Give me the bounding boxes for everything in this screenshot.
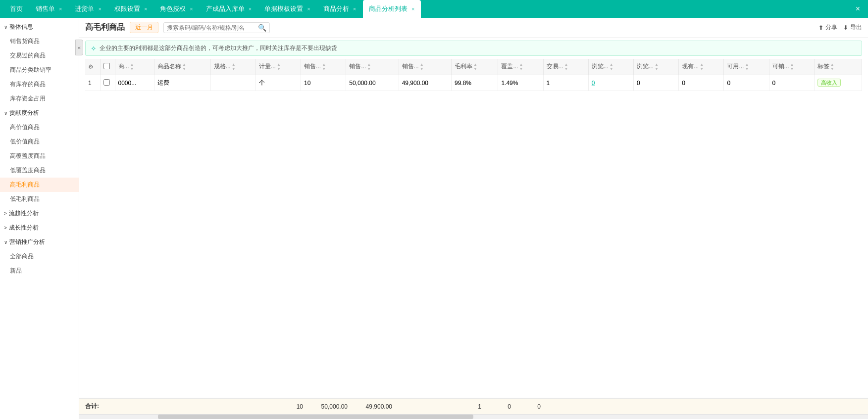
sidebar-item-有库存的商品[interactable]: 有库存的商品: [0, 77, 79, 92]
sidebar-group-3[interactable]: >成长性分析: [0, 221, 79, 235]
sidebar-group-4[interactable]: ∨营销推广分析: [0, 235, 79, 249]
sort-icon[interactable]: ▲▼: [473, 62, 477, 71]
banner-text: 企业的主要的利润都是这部分商品创造的，可考虑加大推广，同时关注库存是不要出现缺货: [100, 44, 337, 52]
sidebar-item-低覆盖度商品[interactable]: 低覆盖度商品: [0, 163, 79, 178]
row-name: 运费: [154, 75, 211, 91]
col-label: 可用...: [727, 63, 744, 70]
main-layout: ∨整体信息销售货商品交易过的商品商品分类助销率有库存的商品库存资金占用∨贡献度分…: [0, 18, 868, 419]
sidebar-group-arrow-icon: ∨: [4, 110, 7, 116]
select-all-checkbox[interactable]: [103, 63, 110, 69]
sidebar-item-销售货商品[interactable]: 销售货商品: [0, 34, 79, 48]
tab-close-icon[interactable]: ×: [307, 6, 310, 12]
footer-cell: [133, 403, 162, 410]
nav-tab-首页[interactable]: 首页: [4, 0, 29, 18]
sidebar-item-高覆盖度商品[interactable]: 高覆盖度商品: [0, 149, 79, 163]
tab-close-icon[interactable]: ×: [98, 6, 101, 12]
tab-close-icon[interactable]: ×: [353, 6, 356, 12]
sort-icon[interactable]: ▲▼: [830, 62, 834, 71]
sidebar-group-arrow-icon: >: [4, 211, 7, 216]
info-icon: ✧: [91, 45, 97, 52]
sort-icon[interactable]: ▲▼: [790, 62, 794, 71]
tab-close-icon[interactable]: ×: [190, 6, 193, 12]
row-checkbox: [100, 75, 115, 91]
sort-icon[interactable]: ▲▼: [420, 62, 424, 71]
row-coverage: 1.49%: [498, 75, 543, 91]
tag-badge: 高收入: [817, 79, 841, 87]
sort-icon[interactable]: ▲▼: [130, 62, 134, 71]
nav-tab-产成品入库单[interactable]: 产成品入库单×: [200, 0, 257, 18]
scrollbar-thumb[interactable]: [158, 415, 473, 419]
sort-icon[interactable]: ▲▼: [564, 62, 568, 71]
table-row: 10000...运费个1050,000.0049,900.0099.8%1.49…: [85, 75, 862, 91]
nav-tab-单据模板设置[interactable]: 单据模板设置×: [258, 0, 316, 18]
col-header-8: 覆盖...▲▼: [498, 59, 543, 75]
footer-cell: 0: [514, 403, 544, 410]
nav-tab-权限设置[interactable]: 权限设置×: [108, 0, 153, 18]
sidebar-group-2[interactable]: >流趋性分析: [0, 206, 79, 221]
content-header: 高毛利商品 近一月 🔍 ⬆ 分享 ⬇ 导出: [79, 18, 868, 38]
filter-recent-month-button[interactable]: 近一月: [130, 22, 158, 33]
sidebar-item-全部商品[interactable]: 全部商品: [0, 249, 79, 264]
sort-icon[interactable]: ▲▼: [367, 62, 371, 71]
col-label: 销售...: [304, 63, 321, 70]
col-label: 现有...: [682, 63, 699, 70]
sort-icon[interactable]: ▲▼: [700, 62, 704, 71]
sidebar-collapse-button[interactable]: «: [75, 40, 83, 55]
sidebar-group-1[interactable]: ∨贡献度分析: [0, 106, 79, 120]
row-stock-sellable: 0: [769, 75, 814, 91]
search-input[interactable]: [167, 24, 256, 31]
horizontal-scrollbar[interactable]: [79, 414, 868, 419]
sidebar-group-0[interactable]: ∨整体信息: [0, 20, 79, 34]
sort-icon[interactable]: ▲▼: [610, 62, 613, 71]
sidebar-item-高毛利商品[interactable]: 高毛利商品: [0, 178, 79, 192]
tab-close-icon[interactable]: ×: [249, 6, 252, 12]
sort-icon[interactable]: ▲▼: [745, 62, 749, 71]
row-select-checkbox[interactable]: [103, 79, 110, 86]
nav-tab-商品分析[interactable]: 商品分析×: [317, 0, 362, 18]
col-label: 毛利率: [455, 63, 472, 70]
settings-icon[interactable]: ⚙: [88, 63, 94, 70]
sort-icon[interactable]: ▲▼: [182, 62, 186, 71]
share-button[interactable]: ⬆ 分享: [818, 23, 837, 32]
sidebar-item-交易过的商品[interactable]: 交易过的商品: [0, 48, 79, 63]
link-cell[interactable]: 0: [592, 80, 595, 87]
col-label: 浏览...: [637, 63, 654, 70]
export-button[interactable]: ⬇ 导出: [843, 23, 862, 32]
col-header-5: 销售...▲▼: [346, 59, 399, 75]
tab-close-icon[interactable]: ×: [144, 6, 147, 12]
sort-icon[interactable]: ▲▼: [322, 62, 326, 71]
row-spec: [210, 75, 255, 91]
top-nav: 首页销售单×进货单×权限设置×角色授权×产成品入库单×单据模板设置×商品分析×商…: [0, 0, 868, 18]
col-checkbox[interactable]: [100, 59, 115, 75]
table-wrap: ⚙商...▲▼商品名称▲▼规格...▲▼计量...▲▼销售...▲▼销售...▲…: [79, 59, 868, 398]
nav-tab-进货单[interactable]: 进货单×: [69, 0, 107, 18]
sidebar-item-新品[interactable]: 新品: [0, 264, 79, 278]
close-all-button[interactable]: ×: [852, 4, 864, 13]
footer-cell: 49,900.00: [351, 403, 395, 410]
search-icon[interactable]: 🔍: [258, 24, 266, 32]
col-settings[interactable]: ⚙: [85, 59, 100, 75]
tab-close-icon[interactable]: ×: [59, 6, 62, 12]
col-label: 浏览...: [592, 63, 609, 70]
sort-icon[interactable]: ▲▼: [519, 62, 523, 71]
sidebar-item-低毛利商品[interactable]: 低毛利商品: [0, 192, 79, 206]
col-header-3: 计量...▲▼: [255, 59, 301, 75]
row-views2: 0: [633, 75, 678, 91]
sidebar-item-商品分类助销率[interactable]: 商品分类助销率: [0, 63, 79, 77]
nav-tab-销售单[interactable]: 销售单×: [30, 0, 68, 18]
sort-icon[interactable]: ▲▼: [277, 62, 281, 71]
row-stock-available: 0: [724, 75, 769, 91]
nav-tab-商品分析列表[interactable]: 商品分析列表×: [363, 0, 420, 18]
nav-tab-角色授权[interactable]: 角色授权×: [154, 0, 199, 18]
sidebar-item-低价值商品[interactable]: 低价值商品: [0, 135, 79, 149]
tab-close-icon[interactable]: ×: [411, 6, 414, 12]
sidebar-group-label: 贡献度分析: [9, 109, 39, 117]
sort-icon[interactable]: ▲▼: [232, 62, 236, 71]
sidebar-group-label: 成长性分析: [9, 224, 39, 232]
row-views1: 0: [588, 75, 633, 91]
col-label: 可销...: [772, 63, 789, 70]
sidebar-item-库存资金占用[interactable]: 库存资金占用: [0, 92, 79, 106]
sidebar-item-高价值商品[interactable]: 高价值商品: [0, 120, 79, 135]
sort-icon[interactable]: ▲▼: [655, 62, 659, 71]
row-transactions: 1: [543, 75, 588, 91]
